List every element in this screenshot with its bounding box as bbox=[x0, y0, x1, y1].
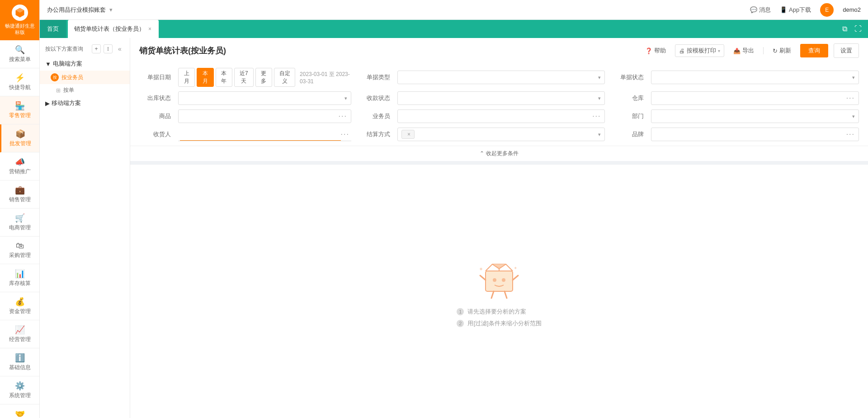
sidebar-item-purchase[interactable]: 🛍 采购管理 bbox=[0, 237, 39, 264]
sidebar-item-finance[interactable]: 💰 资金管理 bbox=[0, 292, 39, 320]
settings-btn[interactable]: 设置 bbox=[834, 43, 859, 58]
consignee-input[interactable] bbox=[180, 128, 341, 141]
logo-icon bbox=[12, 5, 28, 21]
user-name[interactable]: demo2 bbox=[843, 6, 861, 13]
payment-label: 收款状态 bbox=[359, 94, 390, 102]
date-filter-control: 上月 本月 本年 近7天 更多 自定义 2023-03-01 至 2023-03… bbox=[178, 68, 351, 87]
divider bbox=[763, 47, 764, 54]
app-download-btn[interactable]: 📱 App下载 bbox=[780, 6, 811, 14]
outbound-select[interactable]: ▾ bbox=[178, 91, 351, 105]
fullscreen-icon[interactable]: ⛶ bbox=[853, 23, 863, 35]
consignee-label: 收货人 bbox=[139, 130, 171, 138]
collapse-more-btn[interactable]: ⌃ 收起更多条件 bbox=[130, 146, 868, 161]
tab-bar-actions: ⧉ ⛶ bbox=[840, 23, 868, 35]
tip-item-2: 2 用[过滤]条件来缩小分析范围 bbox=[457, 319, 541, 328]
date-btn-this-year[interactable]: 本年 bbox=[216, 68, 232, 87]
payment-arrow: ▾ bbox=[598, 95, 601, 101]
collapse-panel-btn[interactable]: « bbox=[115, 44, 124, 53]
empty-state: ✦ ✦ 1 请先选择要分析的方案 2 用[过滤]条件来缩小分析范围 bbox=[457, 255, 541, 328]
sidebar-item-sales[interactable]: 💼 销售管理 bbox=[0, 180, 39, 209]
inventory-icon: 📊 bbox=[2, 269, 37, 279]
svg-line-9 bbox=[491, 291, 494, 298]
empty-tips: 1 请先选择要分析的方案 2 用[过滤]条件来缩小分析范围 bbox=[457, 308, 541, 328]
doc-type-control[interactable]: ▾ bbox=[397, 71, 605, 84]
date-btn-this-month[interactable]: 本月 bbox=[197, 68, 213, 87]
doc-status-select[interactable]: ▾ bbox=[651, 71, 859, 84]
sidebar-item-retail[interactable]: 🏪 零售管理 bbox=[0, 96, 39, 124]
sidebar-item-basic[interactable]: ℹ️ 基础信息 bbox=[0, 348, 39, 376]
consignee-dots[interactable]: ··· bbox=[341, 130, 349, 138]
date-btn-7days[interactable]: 近7天 bbox=[234, 68, 254, 87]
tree-group-header-mobile[interactable]: ▶ 移动端方案 bbox=[40, 96, 130, 110]
date-btn-more[interactable]: 更多 bbox=[255, 68, 272, 87]
payment-select[interactable]: ▾ bbox=[397, 91, 605, 105]
tree-group-header-desktop[interactable]: ▼ 电脑端方案 bbox=[40, 57, 130, 71]
query-btn[interactable]: 查询 bbox=[800, 44, 828, 57]
sidebar-item-wholesale[interactable]: 📦 批发管理 bbox=[0, 124, 39, 152]
consignee-control[interactable]: ··· bbox=[178, 128, 351, 141]
template-print-btn[interactable]: 🖨 按模板打印 ▾ bbox=[675, 44, 724, 57]
edit-scheme-btn[interactable] bbox=[104, 44, 113, 53]
brand-dots[interactable]: ··· bbox=[846, 130, 855, 138]
salesperson-control[interactable]: ··· bbox=[397, 109, 605, 123]
tab-close-icon[interactable]: × bbox=[147, 25, 152, 33]
help-btn[interactable]: ❓ 帮助 bbox=[642, 45, 670, 57]
dept-control[interactable]: ▾ bbox=[651, 109, 859, 123]
settlement-control[interactable]: × ▾ bbox=[397, 128, 605, 141]
add-scheme-btn[interactable]: + bbox=[92, 44, 101, 53]
ecommerce-icon: 🛒 bbox=[2, 213, 37, 223]
tab-home[interactable]: 首页 bbox=[40, 20, 66, 38]
sidebar-item-marketing[interactable]: 📣 营销推广 bbox=[0, 152, 39, 180]
sidebar: 畅捷通好生意 标版 🔍 搜索菜单 ⚡ 快捷导航 🏪 零售管理 📦 批发管理 📣 … bbox=[0, 0, 40, 418]
doc-type-select[interactable]: ▾ bbox=[397, 71, 605, 84]
page-title-row: 销货单统计表(按业务员) ❓ 帮助 🖨 按模板打印 ▾ 📤 bbox=[130, 38, 868, 58]
doc-status-control[interactable]: ▾ bbox=[651, 71, 859, 84]
sidebar-item-ecommerce[interactable]: 🛒 电商管理 bbox=[0, 209, 39, 237]
tree-group-desktop: ▼ 电脑端方案 按 按业务员 ⊞ 按单 bbox=[40, 57, 130, 96]
refresh-btn[interactable]: ↻ 刷新 bbox=[769, 45, 795, 57]
tab-active[interactable]: 销货单统计表（按业务员） × bbox=[68, 20, 159, 38]
warehouse-control[interactable]: ··· bbox=[651, 91, 859, 105]
app-logo[interactable]: 畅捷通好生意 标版 bbox=[0, 0, 40, 40]
tree-sub-item-order[interactable]: ⊞ 按单 bbox=[40, 84, 130, 96]
date-label: 单据日期 bbox=[139, 73, 171, 81]
warehouse-select[interactable]: ··· bbox=[651, 91, 859, 105]
avatar[interactable]: E bbox=[820, 3, 834, 17]
dept-select[interactable]: ▾ bbox=[651, 109, 859, 123]
goods-select[interactable]: ··· bbox=[178, 109, 351, 123]
brand-select[interactable]: ··· bbox=[651, 128, 859, 141]
sidebar-item-search[interactable]: 🔍 搜索菜单 bbox=[0, 40, 39, 68]
message-btn[interactable]: 💬 消息 bbox=[750, 6, 771, 14]
tree-group-arrow-mobile: ▶ bbox=[45, 100, 50, 107]
warehouse-dots[interactable]: ··· bbox=[846, 94, 855, 102]
tip-item-1: 1 请先选择要分析的方案 bbox=[457, 308, 541, 316]
sidebar-item-corp[interactable]: 🤝 企业协同 bbox=[0, 404, 39, 418]
goods-dots[interactable]: ··· bbox=[339, 112, 347, 120]
window-icon[interactable]: ⧉ bbox=[840, 23, 849, 35]
workspace-dropdown-icon[interactable]: ▾ bbox=[109, 6, 113, 13]
help-icon: ❓ bbox=[645, 48, 652, 54]
svg-text:✦: ✦ bbox=[479, 266, 483, 272]
sidebar-item-inventory[interactable]: 📊 库存核算 bbox=[0, 264, 39, 292]
salesperson-item-icon: 按 bbox=[51, 73, 59, 81]
salesperson-select[interactable]: ··· bbox=[397, 109, 605, 123]
refresh-icon: ↻ bbox=[773, 48, 778, 54]
sidebar-item-quicknav[interactable]: ⚡ 快捷导航 bbox=[0, 68, 39, 96]
salesperson-dots[interactable]: ··· bbox=[592, 112, 601, 120]
brand-control[interactable]: ··· bbox=[651, 128, 859, 141]
export-btn[interactable]: 📤 导出 bbox=[730, 45, 758, 57]
settlement-tag-close[interactable]: × bbox=[407, 131, 410, 138]
left-panel-header: 按以下方案查询 + « bbox=[40, 43, 130, 57]
goods-label: 商品 bbox=[139, 112, 171, 120]
settlement-select[interactable]: × ▾ bbox=[397, 128, 605, 141]
operations-icon: 📈 bbox=[2, 325, 37, 335]
sidebar-item-operations[interactable]: 📈 经营管理 bbox=[0, 320, 39, 348]
tree-item-salesperson[interactable]: 按 按业务员 bbox=[40, 71, 130, 84]
sidebar-item-system[interactable]: ⚙️ 系统管理 bbox=[0, 376, 39, 404]
date-btn-last-month[interactable]: 上月 bbox=[178, 68, 195, 87]
date-btn-custom[interactable]: 自定义 bbox=[274, 68, 295, 87]
svg-line-7 bbox=[480, 276, 486, 280]
outbound-control[interactable]: ▾ bbox=[178, 91, 351, 105]
goods-control[interactable]: ··· bbox=[178, 109, 351, 123]
payment-control[interactable]: ▾ bbox=[397, 91, 605, 105]
